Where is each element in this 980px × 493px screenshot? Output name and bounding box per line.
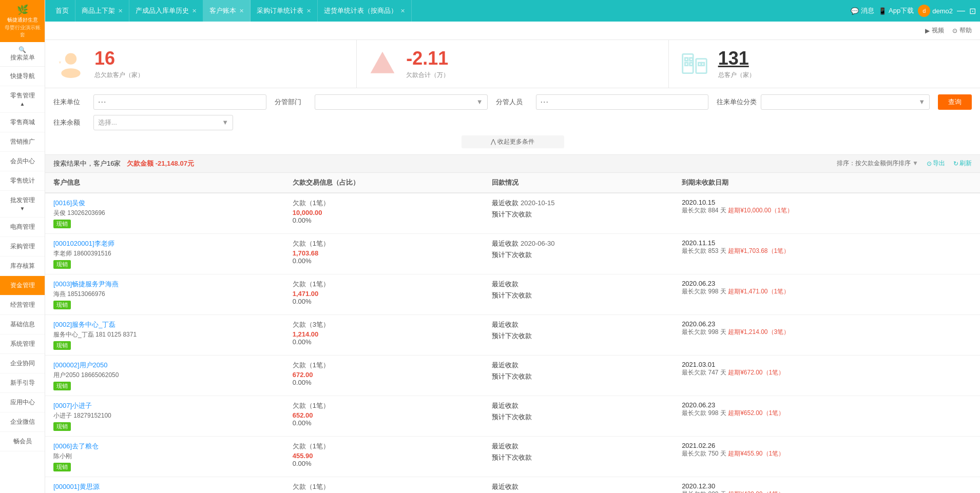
customer-tag: 现销	[53, 301, 71, 309]
close-icon[interactable]: ✕	[118, 8, 123, 14]
tab-product-shelf[interactable]: 商品上下架 ✕	[75, 0, 129, 22]
next-payment-label: 预计下次收款	[492, 372, 665, 381]
tab-production-history[interactable]: 产成品入库单历史 ✕	[129, 0, 203, 22]
search-button[interactable]: 查询	[938, 94, 972, 110]
overdue-link[interactable]: 超期¥1,214.00（3笔）	[728, 328, 790, 336]
debt-info-cell: 欠款（1笔） 429.00 0.00%	[284, 477, 484, 493]
overdue-link[interactable]: 超期¥672.00（1笔）	[728, 369, 784, 376]
close-icon[interactable]: ✕	[239, 8, 244, 14]
refresh-button[interactable]: ↻ 刷新	[953, 159, 972, 168]
sidebar-item-wechat[interactable]: 企业微信	[0, 412, 45, 432]
customer-detail: 用户2050 18665062050	[53, 371, 276, 380]
phone-icon: 📱	[878, 7, 887, 15]
customer-name-link[interactable]: [0006]去了粮仓	[53, 442, 276, 451]
overdue-link[interactable]: 超期¥652.00（1笔）	[728, 409, 784, 417]
tab-home[interactable]: 首页	[49, 0, 75, 22]
sidebar-item-system[interactable]: 系统管理	[0, 334, 45, 354]
overdue-link[interactable]: 超期¥455.90（1笔）	[728, 450, 784, 457]
overdue-link[interactable]: 超期¥429.00（1笔）	[728, 490, 784, 493]
sidebar-item-quick-nav[interactable]: 快捷导航	[0, 67, 45, 86]
window-maximize[interactable]: ⊡	[969, 5, 976, 17]
overdue-link[interactable]: 超期¥1,703.68（1笔）	[728, 247, 790, 254]
overdue-link[interactable]: 超期¥1,471.00（1笔）	[728, 288, 790, 295]
refresh-icon: ↻	[953, 160, 958, 167]
manager-input[interactable]: ···	[536, 94, 709, 110]
window-minimize[interactable]: —	[957, 5, 965, 17]
filter-balance-label: 往来余额	[53, 118, 89, 127]
col-payment-status: 回款情况	[484, 173, 674, 193]
customer-name-link[interactable]: [0001020001]李老师	[53, 239, 276, 248]
stat-label-total-customers: 总客户（家）	[718, 71, 755, 80]
username-label: demo2	[932, 7, 953, 15]
sidebar-item-purchase[interactable]: 采购管理	[0, 237, 45, 257]
due-date-cell: 2020.10.15 最长欠款 884 天 超期¥10,000.00（1笔）	[674, 193, 980, 234]
customer-name-link[interactable]: [0003]畅捷服务尹海燕	[53, 280, 276, 289]
sidebar-item-label: 应用中心	[2, 398, 43, 407]
sort-label-text: 排序：按欠款金额倒序排序	[837, 160, 911, 167]
close-icon[interactable]: ✕	[192, 8, 197, 14]
tab-customer-account[interactable]: 客户账本 ✕	[203, 0, 251, 22]
next-payment-label: 预计下次收款	[492, 250, 665, 260]
stat-content-total-customers: 131 总客户（家）	[718, 48, 755, 80]
sidebar-item-enterprise[interactable]: 企业协同	[0, 354, 45, 373]
stat-icon-debt-customers: ¥	[55, 48, 86, 79]
main-content: 首页 商品上下架 ✕ 产成品入库单历史 ✕ 客户账本 ✕ 采购订单统计表 ✕ 进…	[45, 0, 980, 493]
sidebar-logo[interactable]: 🌿 畅捷通好生意 母婴行业演示账套	[0, 0, 45, 42]
debt-info-cell: 欠款（3笔） 1,214.00 0.00%	[284, 314, 484, 355]
dept-input[interactable]: ▼	[315, 94, 488, 110]
table-row: [0001020001]李老师 李老师 18600391516 现销 欠款（1笔…	[45, 233, 980, 274]
header-bar: ▶ 视频 ⊙ 帮助	[45, 22, 980, 40]
customer-info-cell: [0006]去了粮仓 陈小刚 现销	[45, 436, 284, 477]
sidebar-item-member[interactable]: 会员中心	[0, 152, 45, 171]
sidebar-item-basic-info[interactable]: 基础信息	[0, 315, 45, 334]
sidebar-item-search[interactable]: 🔍 搜索菜单	[0, 42, 45, 67]
sidebar-item-app-center[interactable]: 应用中心	[0, 393, 45, 412]
sidebar-item-batch-mgmt[interactable]: 批发管理 ▼	[0, 191, 45, 218]
results-actions: 排序：按欠款金额倒序排序 ▼ ⊙ 导出 ↻ 刷新	[837, 159, 972, 168]
unit-category-input[interactable]: ▼	[761, 94, 930, 110]
sidebar-item-label: 企业微信	[2, 418, 43, 426]
sidebar-item-ecommerce[interactable]: 电商管理	[0, 218, 45, 237]
help-button[interactable]: ⊙ 帮助	[952, 26, 972, 35]
customer-name-link[interactable]: [0007]小进子	[53, 401, 276, 410]
sidebar-item-marketing[interactable]: 营销推广	[0, 132, 45, 152]
video-label: 视频	[932, 26, 944, 35]
sidebar-item-vip[interactable]: 畅会员	[0, 432, 45, 451]
close-icon[interactable]: ✕	[400, 8, 405, 14]
user-action[interactable]: d demo2	[918, 5, 953, 17]
sidebar-item-operation[interactable]: 经营管理	[0, 295, 45, 315]
customer-name-link[interactable]: [0002]服务中心_丁磊	[53, 320, 276, 329]
balance-input[interactable]: 选择... ▼	[93, 115, 233, 130]
svg-rect-6	[689, 58, 693, 61]
sidebar-item-finance[interactable]: 资金管理	[0, 276, 45, 295]
sidebar-item-newbie[interactable]: 新手引导	[0, 373, 45, 393]
collapse-toggle[interactable]: ⋀ 收起更多条件	[462, 135, 564, 148]
app-download-action[interactable]: 📱 App下载	[878, 5, 914, 17]
export-button[interactable]: ⊙ 导出	[927, 159, 945, 168]
debt-amount: 1,214.00	[293, 330, 476, 338]
svg-rect-7	[685, 63, 688, 66]
overdue-link[interactable]: 超期¥10,000.00（1笔）	[728, 207, 793, 214]
overdue-days: 最长欠款 998 天 超期¥1,214.00（3笔）	[682, 328, 972, 337]
arrow-down-icon: ▼	[918, 98, 925, 106]
dots-icon: ···	[541, 97, 549, 107]
message-action[interactable]: 💬 消息	[851, 5, 874, 17]
from-unit-input[interactable]: ···	[93, 94, 266, 110]
video-button[interactable]: ▶ 视频	[925, 26, 944, 35]
recent-payment-label: 最近收款	[492, 280, 665, 289]
sidebar-item-inventory[interactable]: 库存核算	[0, 257, 45, 276]
sidebar-item-retail-stat[interactable]: 零售统计	[0, 171, 45, 191]
tab-purchase-stat-product[interactable]: 进货单统计表（按商品） ✕	[318, 0, 412, 22]
sidebar-item-label: 电商管理	[2, 223, 43, 231]
filter-balance: 往来余额 选择... ▼	[53, 115, 233, 130]
customer-name-link[interactable]: [000001]黄思源	[53, 482, 276, 491]
customer-name-link[interactable]: [000002]用户2050	[53, 361, 276, 370]
debt-label: 欠款（1笔）	[293, 361, 476, 370]
export-label: 导出	[933, 159, 945, 168]
sidebar-item-retail-mgmt[interactable]: 零售管理 ▲	[0, 86, 45, 113]
tab-purchase-order-stat[interactable]: 采购订单统计表 ✕	[251, 0, 318, 22]
svg-point-0	[65, 53, 76, 65]
sidebar-item-retail-mall[interactable]: 零售商城	[0, 113, 45, 132]
close-icon[interactable]: ✕	[306, 8, 311, 14]
customer-name-link[interactable]: [0016]吴俊	[53, 199, 276, 208]
